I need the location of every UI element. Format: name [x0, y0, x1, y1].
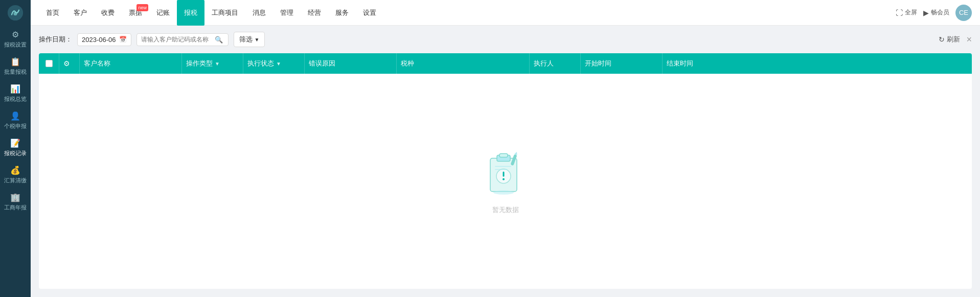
nav-xiaoxi[interactable]: 消息	[245, 0, 273, 26]
svg-rect-10	[495, 166, 511, 167]
table-container: ⚙ 客户名称 操作类型 ▼ 执行状态 ▼ 错误原因 税种	[39, 53, 972, 289]
search-icon: 🔍	[215, 36, 223, 44]
toolbar-right: ↻ 刷新 ×	[939, 35, 972, 44]
table-header: ⚙ 客户名称 操作类型 ▼ 执行状态 ▼ 错误原因 税种	[39, 53, 972, 74]
fullscreen-button[interactable]: ⛶ 全屏	[896, 8, 917, 17]
sidebar-item-gongshang-nianba[interactable]: 🏢 工商年报	[0, 188, 31, 216]
date-label: 操作日期：	[39, 35, 72, 44]
nav-fuwu[interactable]: 服务	[328, 0, 356, 26]
sidebar-item-label: 报税记录	[4, 150, 27, 157]
nav-shoufei[interactable]: 收费	[94, 0, 122, 26]
svg-marker-9	[514, 151, 518, 155]
main-area: 首页 客户 收费 票据 new 记账 报税 工商项目 消息 管理 经营	[31, 0, 980, 297]
th-customer-name: 客户名称	[80, 53, 182, 74]
content: 操作日期： 2023-06-06 📅 🔍 筛选 ▼ ↻ 刷新 ×	[31, 26, 980, 297]
sidebar: ⚙ 报税设置 📋 批量报税 📊 报税总览 👤 个税申报 📝 报税记录 💰 汇算清…	[0, 0, 31, 297]
sidebar-item-label: 批量报税	[4, 68, 27, 76]
building-icon: 🏢	[10, 193, 20, 202]
overview-icon: 📊	[10, 84, 20, 94]
filter-label: 筛选	[239, 35, 253, 44]
sidebar-item-piliang-baoshui[interactable]: 📋 批量报税	[0, 53, 31, 80]
topnav: 首页 客户 收费 票据 new 记账 报税 工商项目 消息 管理 经营	[31, 0, 980, 26]
sidebar-item-label: 工商年报	[4, 204, 27, 211]
svg-point-12	[493, 190, 514, 195]
nav-guanli[interactable]: 管理	[273, 0, 301, 26]
th-executor: 执行人	[530, 53, 581, 74]
close-button[interactable]: ×	[966, 35, 972, 44]
logo	[0, 0, 31, 26]
nav-gongshang[interactable]: 工商项目	[204, 0, 245, 26]
settings-icon: ⚙	[12, 30, 19, 39]
date-value: 2023-06-06	[82, 36, 116, 44]
th-operation-type[interactable]: 操作类型 ▼	[182, 53, 243, 74]
empty-text: 暂无数据	[492, 205, 519, 215]
sidebar-item-huisuan-jiaona[interactable]: 💰 汇算清缴	[0, 161, 31, 188]
avatar[interactable]: CE	[955, 5, 972, 21]
batch-icon: 📋	[10, 57, 20, 67]
sidebar-item-label: 个税申报	[4, 122, 27, 130]
svg-point-1	[13, 12, 17, 15]
th-start-time: 开始时间	[581, 53, 663, 74]
nav-shezhi[interactable]: 设置	[356, 0, 383, 26]
th-checkbox	[39, 53, 59, 74]
topnav-right: ⛶ 全屏 ▶ 畅会员 CE	[896, 5, 972, 21]
nav-piaoju[interactable]: 票据 new	[122, 0, 149, 26]
sort-icon: ▼	[215, 61, 220, 67]
svg-rect-4	[499, 154, 508, 157]
filter-button[interactable]: 筛选 ▼	[234, 32, 265, 47]
th-error-reason: 错误原因	[305, 53, 397, 74]
nav-home[interactable]: 首页	[39, 0, 66, 26]
svg-point-7	[503, 178, 505, 180]
record-icon: 📝	[10, 138, 20, 148]
nav-baoshui[interactable]: 报税	[177, 0, 204, 26]
sidebar-item-label: 报税设置	[4, 41, 27, 49]
th-execution-status[interactable]: 执行状态 ▼	[243, 53, 305, 74]
sidebar-item-baoshui-jilu[interactable]: 📝 报税记录	[0, 134, 31, 161]
refresh-icon: ↻	[939, 35, 945, 44]
nav-jingying[interactable]: 经营	[301, 0, 328, 26]
chevron-down-icon: ▼	[255, 37, 260, 43]
select-all-checkbox[interactable]	[45, 60, 53, 67]
person-icon: 👤	[10, 111, 20, 121]
nav-customer[interactable]: 客户	[66, 0, 94, 26]
fullscreen-icon: ⛶	[896, 9, 903, 17]
svg-rect-6	[503, 172, 504, 177]
search-input[interactable]	[141, 36, 213, 43]
sort-icon: ▼	[276, 61, 281, 67]
sidebar-item-geshui-shenbao[interactable]: 👤 个税申报	[0, 107, 31, 134]
th-tax-type: 税种	[397, 53, 530, 74]
date-picker[interactable]: 2023-06-06 📅	[77, 33, 131, 46]
video-icon: ▶	[923, 9, 929, 17]
new-badge: new	[136, 4, 148, 11]
column-settings-icon[interactable]: ⚙	[63, 59, 70, 68]
calendar-icon: 📅	[119, 36, 127, 43]
sidebar-item-baoshui-zonlan[interactable]: 📊 报税总览	[0, 80, 31, 107]
refresh-button[interactable]: ↻ 刷新	[939, 35, 960, 44]
th-settings: ⚙	[59, 53, 80, 74]
sidebar-item-baoshui-shezhi[interactable]: ⚙ 报税设置	[0, 26, 31, 53]
svg-rect-11	[495, 169, 507, 170]
empty-illustration	[483, 148, 529, 199]
table-body: 暂无数据	[39, 74, 972, 289]
sidebar-item-label: 汇算清缴	[4, 177, 27, 184]
money-icon: 💰	[10, 165, 20, 175]
th-end-time: 结束时间	[663, 53, 724, 74]
toolbar: 操作日期： 2023-06-06 📅 🔍 筛选 ▼ ↻ 刷新 ×	[31, 26, 980, 53]
search-box: 🔍	[136, 33, 229, 46]
member-button[interactable]: ▶ 畅会员	[923, 8, 949, 17]
nav-jizhang[interactable]: 记账	[149, 0, 177, 26]
sidebar-item-label: 报税总览	[4, 95, 27, 103]
